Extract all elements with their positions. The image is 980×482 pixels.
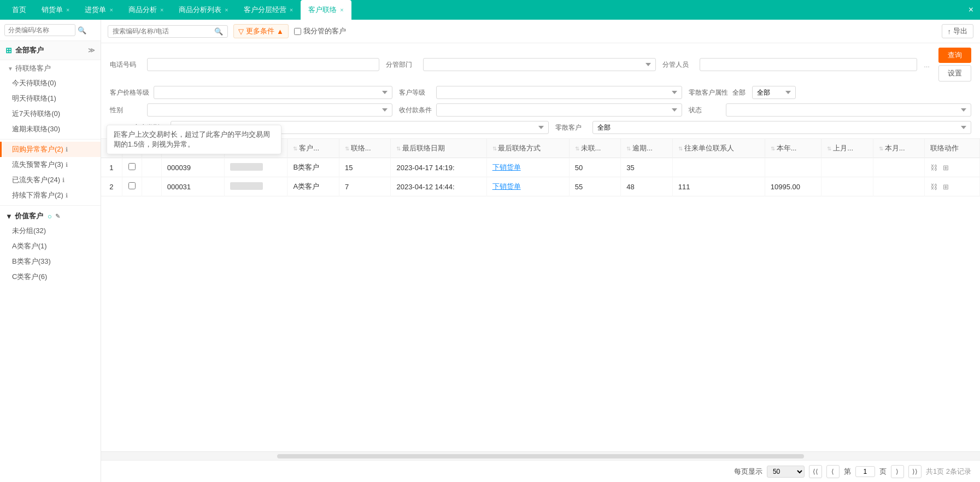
row1-last-method[interactable]: 下销货单 [486, 158, 569, 177]
scrollbar-thumb [277, 454, 805, 458]
filter-row-3: 性别 收付款条件 状态 [110, 103, 971, 117]
col-this-year[interactable]: 本年... [765, 139, 821, 158]
declining-label: 持续下滑客户(2) [12, 190, 63, 200]
nav-home[interactable]: 首页 [4, 0, 34, 20]
last-page-button[interactable]: ⟩⟩ [908, 465, 922, 478]
repurchase-info-icon: ℹ [66, 146, 68, 153]
table-scroll-area[interactable]: ⚙ 客户编码 客户名称 客户... 联络... [101, 139, 980, 451]
more-conditions-button[interactable]: ▽ 更多条件 ▲ [233, 24, 289, 38]
sidebar-item-tomorrow[interactable]: 明天待联络(1) [0, 91, 101, 106]
sidebar-collapse-button[interactable]: ≫ [88, 47, 95, 54]
col-last-month[interactable]: 上月... [821, 139, 873, 158]
sidebar-item-a-class[interactable]: A类客户(1) [0, 239, 101, 254]
gender-select[interactable] [147, 103, 392, 117]
row2-last-method[interactable]: 下销货单 [486, 177, 569, 196]
7days-contact-label: 近7天待联络(0) [12, 109, 60, 119]
retail-customer-select[interactable]: 全部 [592, 121, 971, 134]
filter-bar: 🔍 ▽ 更多条件 ▲ 我分管的客户 ↑ 导出 [101, 20, 980, 43]
nav-analysis-list-close[interactable]: × [225, 7, 228, 13]
table-container: ⚙ 客户编码 客户名称 客户... 联络... [101, 139, 980, 482]
sidebar-item-c-class[interactable]: C类客户(6) [0, 269, 101, 284]
row1-action: ⛓ ⊞ [925, 158, 980, 177]
chevron-up-icon: ▲ [277, 27, 284, 36]
status-field: 状态 [689, 103, 971, 117]
row1-checkbox[interactable] [128, 163, 136, 170]
col-contact-count[interactable]: 联络... [339, 139, 390, 158]
tooltip-box: 距客户上次交易时长，超过了此客户的平均交易周期的1.5倍，则视为异常。 [107, 125, 281, 154]
col-unit-contacts[interactable]: 往来单位联系人 [672, 139, 765, 158]
row1-action-link-icon[interactable]: ⛓ [930, 164, 937, 172]
settings-button[interactable]: 设置 [938, 65, 971, 82]
page-number-input[interactable] [855, 466, 875, 477]
col-unit-contacts-label: 往来单位联系人 [684, 144, 734, 152]
row2-action-link-icon[interactable]: ⛓ [930, 183, 937, 191]
nav-analysis-list[interactable]: 商品分析列表 × [171, 0, 236, 20]
nav-sales-label: 销货单 [42, 5, 63, 15]
sidebar-item-lost-warning[interactable]: 流失预警客户(3) ℹ [0, 157, 101, 172]
sidebar-item-7days[interactable]: 近7天待联络(0) [0, 106, 101, 121]
sidebar-item-declining[interactable]: 持续下滑客户(2) ℹ [0, 188, 101, 203]
col-overdue[interactable]: 逾期... [621, 139, 672, 158]
customer-level-select[interactable] [436, 86, 682, 99]
window-close-button[interactable]: × [969, 5, 973, 15]
payment-select[interactable] [436, 103, 682, 117]
query-button[interactable]: 查询 [938, 48, 971, 63]
per-page-select[interactable]: 50 10 20 100 [767, 466, 805, 478]
c-class-label: C类客户(6) [12, 272, 47, 282]
repurchase-abnormal-label: 回购异常客户(2) [12, 144, 63, 154]
horizontal-scrollbar[interactable] [101, 451, 980, 460]
col-customer-type[interactable]: 客户... [287, 139, 339, 158]
nav-purchase[interactable]: 进货单 × [77, 0, 120, 20]
sidebar-item-b-class[interactable]: B类客户(33) [0, 254, 101, 269]
row2-last-month [821, 177, 873, 196]
sidebar-search-input[interactable] [4, 24, 75, 36]
retail-customer-field: 零散客户 全部 [555, 121, 971, 134]
value-group-header[interactable]: ▼ 价值客户 ○ ✎ [0, 208, 101, 223]
first-page-button[interactable]: ⟨⟨ [809, 465, 822, 478]
my-customers-checkbox[interactable] [294, 28, 301, 35]
manager-input[interactable] [700, 58, 917, 71]
col-last-date[interactable]: 最后联络日期 [391, 139, 486, 158]
nav-customer-contact-close[interactable]: × [340, 7, 343, 13]
row1-action-grid-icon[interactable]: ⊞ [943, 164, 949, 172]
customer-level-field: 客户等级 [399, 86, 682, 99]
nav-customer-segment[interactable]: 客户分层经营 × [236, 0, 301, 20]
nav-sales[interactable]: 销货单 × [34, 0, 77, 20]
col-last-method[interactable]: 最后联络方式 [486, 139, 569, 158]
row1-this-month [873, 158, 924, 177]
nav-customer-segment-close[interactable]: × [290, 7, 293, 13]
nav-sales-close[interactable]: × [66, 7, 69, 13]
sidebar-item-overdue[interactable]: 逾期未联络(30) [0, 121, 101, 137]
prev-page-button[interactable]: ⟨ [826, 465, 840, 478]
export-button[interactable]: ↑ 导出 [942, 24, 974, 38]
pending-contact-group[interactable]: ▼ 待联络客户 [0, 60, 101, 76]
nav-analysis-close[interactable]: × [160, 7, 163, 13]
sidebar-search-icon[interactable]: 🔍 [78, 26, 86, 34]
search-icon[interactable]: 🔍 [214, 27, 223, 36]
sidebar-item-lost-actual[interactable]: 已流失客户(24) ℹ [0, 172, 101, 188]
col-this-month[interactable]: 本月... [873, 139, 924, 158]
status-select[interactable] [726, 103, 971, 117]
sidebar-item-today[interactable]: 今天待联络(0) [0, 76, 101, 91]
nav-purchase-close[interactable]: × [109, 7, 113, 13]
col-uncontacted[interactable]: 未联... [569, 139, 620, 158]
nav-analysis[interactable]: 商品分析 × [121, 0, 171, 20]
next-page-button[interactable]: ⟩ [891, 465, 904, 478]
filter-icon: ▽ [238, 27, 244, 36]
row2-checkbox[interactable] [128, 182, 136, 189]
nav-customer-contact[interactable]: 客户联络 × [301, 0, 351, 20]
manager-dots[interactable]: ... [922, 61, 932, 69]
dept-select[interactable] [423, 58, 655, 71]
all-customers-header[interactable]: ⊞ 全部客户 ≫ [0, 41, 101, 60]
retail-attr-select[interactable]: 全部 [752, 86, 796, 99]
row2-action: ⛓ ⊞ [925, 177, 980, 196]
value-group-circle-icon: ○ [48, 212, 52, 220]
value-group-edit-icon[interactable]: ✎ [55, 213, 60, 220]
price-level-select[interactable] [154, 86, 392, 99]
sidebar-item-ungrouped[interactable]: 未分组(32) [0, 223, 101, 239]
row2-action-grid-icon[interactable]: ⊞ [943, 183, 949, 191]
search-input[interactable] [113, 27, 211, 35]
phone-input[interactable] [147, 58, 379, 71]
my-customers-filter[interactable]: 我分管的客户 [294, 26, 346, 36]
sidebar-item-repurchase-abnormal[interactable]: 回购异常客户(2) ℹ [0, 142, 101, 157]
